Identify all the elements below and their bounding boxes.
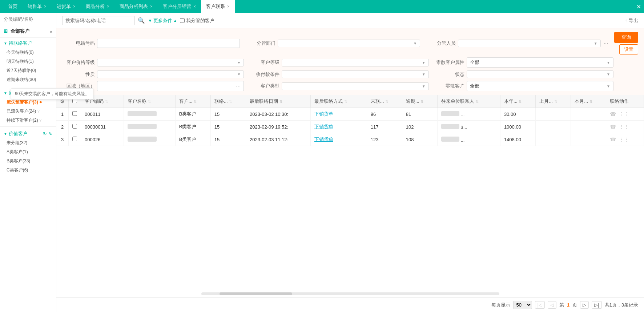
sidebar-group-pending[interactable]: ▼ 待联络客户 xyxy=(0,38,56,48)
row-checkbox[interactable] xyxy=(72,111,77,116)
sidebar-item-7days[interactable]: 近7天待联络(0) xyxy=(0,66,56,75)
th-contact-person-label: 往来单位联系人 xyxy=(441,98,474,104)
group-value-arrow: ▼ xyxy=(4,132,7,136)
adv-select-payment[interactable]: ▼ xyxy=(282,70,428,78)
td-name-blurred xyxy=(128,137,157,142)
tab-customer-contact-close[interactable]: × xyxy=(227,4,230,9)
sidebar-group-value[interactable]: ▼ 价值客户 ↻ ✎ xyxy=(0,128,56,138)
row-checkbox[interactable] xyxy=(72,124,77,129)
td-actions: ☎ ⋮⋮ xyxy=(606,121,644,133)
sidebar-item-declining[interactable]: 持续下滑客户(2) ? xyxy=(0,116,56,125)
td-last-method-link[interactable]: 下销货单 xyxy=(314,137,333,142)
horizontal-scrollbar[interactable] xyxy=(201,292,499,295)
main-layout: 🔍 ⊞ 全部客户 « ▼ 待联络客户 今天待联络(0) 明天待联络(1) 近7天… xyxy=(0,13,644,312)
sidebar-all-customers[interactable]: ⊞ 全部客户 « xyxy=(0,25,56,38)
filter-export-btn[interactable]: ↑ 导出 xyxy=(625,17,639,24)
action-more-icon[interactable]: ⋮⋮ xyxy=(619,137,629,142)
th-name-label: 客户名称 xyxy=(128,98,146,104)
action-more-icon[interactable]: ⋮⋮ xyxy=(619,124,629,130)
td-index: 2 xyxy=(56,121,69,133)
th-last-date[interactable]: 最后联络日期 ⇅ xyxy=(246,95,310,108)
sidebar-item-b-class[interactable]: B类客户(33) xyxy=(0,157,56,166)
td-checkbox xyxy=(69,121,81,133)
td-last-method-link[interactable]: 下销货单 xyxy=(314,124,333,129)
tab-sales-close[interactable]: × xyxy=(44,4,47,9)
filter-my-customers[interactable]: 我分管的客户 xyxy=(180,17,214,24)
filter-my-customers-checkbox[interactable] xyxy=(180,18,185,23)
tab-analysis-close[interactable]: × xyxy=(107,4,109,9)
td-last-method-link[interactable]: 下销货单 xyxy=(314,111,333,117)
td-not-contacted: 96 xyxy=(367,108,402,121)
adv-select-scatter[interactable]: 全部 ▼ xyxy=(467,81,613,91)
page-prev-btn[interactable]: ◁ xyxy=(548,301,556,309)
adv-label-cust-type: 客户类型 xyxy=(247,83,279,89)
settings-btn[interactable]: 设置 xyxy=(619,44,638,54)
export-icon: ↑ xyxy=(625,18,628,23)
td-name xyxy=(124,108,175,121)
th-last-month-label: 上月... xyxy=(539,98,553,104)
page-size-select[interactable]: 50 100 200 xyxy=(513,301,532,309)
th-contact-person[interactable]: 往来单位联系人 ⇅ xyxy=(437,95,500,108)
adv-select-region[interactable]: ··· xyxy=(97,81,244,91)
value-refresh-icon[interactable]: ↻ xyxy=(43,131,47,137)
th-last-method[interactable]: 最后联络方式 ⇅ xyxy=(310,95,367,108)
page-last-btn[interactable]: ▷| xyxy=(592,301,601,309)
tab-customer-contact[interactable]: 客户联系 × xyxy=(201,0,235,13)
query-btn[interactable]: 查询 xyxy=(614,32,638,43)
tab-customer-tier[interactable]: 客户分层经营 × xyxy=(158,0,201,13)
tab-home[interactable]: 首页 xyxy=(3,0,23,13)
sidebar-item-ungroup[interactable]: 未分组(32) xyxy=(0,138,56,147)
query-settings-col: 查询 设置 xyxy=(614,32,638,54)
th-this-month[interactable]: 本月... ⇅ xyxy=(571,95,606,108)
value-edit-icon[interactable]: ✎ xyxy=(48,131,52,137)
td-this-year: 1408.00 xyxy=(500,133,535,146)
adv-select-dept[interactable]: ▼ xyxy=(278,40,420,47)
th-not-contacted[interactable]: 未联... ⇅ xyxy=(367,95,402,108)
collapse-icon[interactable]: « xyxy=(50,29,52,34)
adv-select-cust-type[interactable]: ▼ xyxy=(282,82,428,90)
adv-field-scatter: 零散客户 全部 ▼ xyxy=(432,81,613,91)
action-more-icon[interactable]: ⋮⋮ xyxy=(619,111,629,117)
th-name[interactable]: 客户名称 ⇅ xyxy=(124,95,175,108)
page-first-btn[interactable]: |◁ xyxy=(535,301,545,309)
adv-more-btn-1[interactable]: ··· xyxy=(604,40,608,46)
tab-analysis[interactable]: 商品分析 × xyxy=(81,0,114,13)
adv-select-status[interactable]: ▼ xyxy=(467,70,613,78)
tab-purchase-close[interactable]: × xyxy=(73,4,76,9)
th-overdue[interactable]: 逾期... ⇅ xyxy=(402,95,437,108)
sidebar-item-churned[interactable]: 已流失客户(24) ? xyxy=(0,107,56,116)
tab-analysis-list[interactable]: 商品分析列表 × xyxy=(114,0,158,13)
row-checkbox[interactable] xyxy=(72,137,77,141)
tab-purchase[interactable]: 进货单 × xyxy=(52,0,81,13)
adv-region-more[interactable]: ··· xyxy=(236,83,241,89)
page-next-btn[interactable]: ▷ xyxy=(580,301,589,309)
scrollbar-thumb[interactable] xyxy=(220,292,292,295)
action-phone-icon[interactable]: ☎ xyxy=(610,111,616,117)
th-type[interactable]: 客户... ⇅ xyxy=(175,95,210,108)
tab-analysis-list-close[interactable]: × xyxy=(150,4,153,9)
action-phone-icon[interactable]: ☎ xyxy=(610,124,616,130)
adv-scatter-arrow: ▼ xyxy=(607,84,610,88)
adv-select-nature[interactable]: ▼ xyxy=(97,70,244,78)
tab-sales[interactable]: 销售单 × xyxy=(23,0,52,13)
th-contact[interactable]: 联络... ⇅ xyxy=(210,95,246,108)
th-last-month[interactable]: 上月... ⇅ xyxy=(536,95,571,108)
sidebar-item-overdue[interactable]: 逾期未联络(30) xyxy=(0,75,56,84)
th-this-year[interactable]: 本年... ⇅ xyxy=(500,95,535,108)
sidebar-search-input[interactable] xyxy=(4,16,56,22)
adv-select-manager[interactable]: ▼ xyxy=(458,40,601,47)
action-phone-icon[interactable]: ☎ xyxy=(610,137,616,142)
adv-select-price-grade[interactable]: ▼ xyxy=(97,59,244,66)
filter-more-btn[interactable]: ▼ 更多条件 ▲ xyxy=(148,17,177,24)
adv-select-scatter-attr[interactable]: 全部 ▼ xyxy=(467,57,613,68)
close-window-icon[interactable]: ✕ xyxy=(636,3,641,10)
filter-search-icon[interactable]: 🔍 xyxy=(138,17,145,24)
adv-input-phone[interactable] xyxy=(97,39,240,48)
tab-customer-tier-close[interactable]: × xyxy=(193,4,196,9)
sidebar-item-tomorrow[interactable]: 明天待联络(1) xyxy=(0,57,56,66)
adv-select-cust-grade[interactable]: ▼ xyxy=(282,59,428,66)
sidebar-item-c-class[interactable]: C类客户(6) xyxy=(0,166,56,175)
filter-search-input[interactable] xyxy=(62,16,135,25)
sidebar-item-today[interactable]: 今天待联络(0) xyxy=(0,48,56,57)
sidebar-item-a-class[interactable]: A类客户(1) xyxy=(0,147,56,157)
